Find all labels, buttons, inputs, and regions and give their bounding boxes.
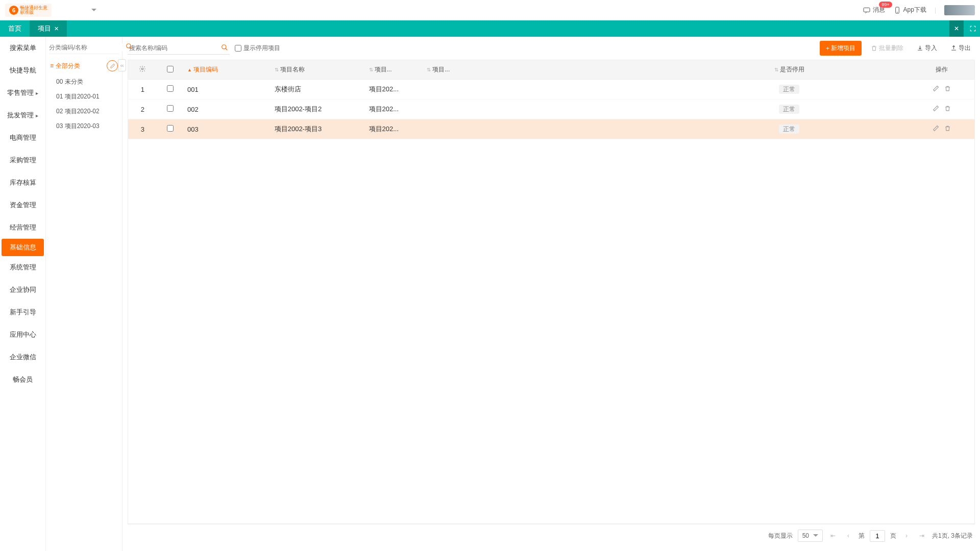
table-row[interactable]: 2 002 项目2002-项目2 项目202... 正常 bbox=[128, 99, 974, 119]
svg-point-2 bbox=[897, 12, 897, 12]
user-avatar[interactable] bbox=[944, 5, 975, 15]
tab-home[interactable]: 首页 bbox=[0, 20, 30, 37]
close-all-tabs-button[interactable]: ✕ bbox=[949, 20, 964, 37]
edit-icon bbox=[933, 105, 939, 112]
column-category[interactable]: 项目... bbox=[365, 60, 423, 80]
plus-icon: + bbox=[826, 45, 829, 52]
top-left: 6 畅捷通好生意 标准版 bbox=[5, 4, 101, 17]
sidebar-guide[interactable]: 新手引导 bbox=[0, 301, 45, 323]
row-checkbox[interactable] bbox=[167, 125, 174, 132]
row-checkbox[interactable] bbox=[167, 85, 174, 92]
company-selector[interactable] bbox=[57, 6, 101, 15]
row-category2 bbox=[423, 80, 669, 99]
row-code: 001 bbox=[183, 80, 271, 99]
category-panel: ≡ 全部分类 00 未分类 01 项目2020-01 02 项目2020-02 … bbox=[46, 37, 122, 551]
data-table: 项目编码 项目名称 项目... 项目... 是否停用 操作 1 001 东楼街店… bbox=[128, 60, 974, 139]
row-operations bbox=[909, 99, 974, 119]
table-row[interactable]: 1 001 东楼街店 项目202... 正常 bbox=[128, 80, 974, 99]
column-name[interactable]: 项目名称 bbox=[271, 60, 365, 80]
page-input[interactable] bbox=[870, 530, 885, 542]
collapse-button[interactable]: ‹‹ bbox=[118, 59, 126, 71]
table-row[interactable]: 3 003 项目2002-项目3 项目202... 正常 bbox=[128, 119, 974, 139]
trash-icon bbox=[944, 125, 951, 132]
row-code: 002 bbox=[183, 99, 271, 119]
row-operations bbox=[909, 80, 974, 99]
sidebar-wechat[interactable]: 企业微信 bbox=[0, 346, 45, 368]
data-table-wrap: 项目编码 项目名称 项目... 项目... 是否停用 操作 1 001 东楼街店… bbox=[128, 60, 975, 524]
category-search-input[interactable] bbox=[49, 44, 126, 51]
category-item[interactable]: 02 项目2020-02 bbox=[54, 104, 119, 119]
sidebar-quick-nav[interactable]: 快捷导航 bbox=[0, 59, 45, 82]
sidebar-enterprise[interactable]: 企业协同 bbox=[0, 279, 45, 301]
row-name: 项目2002-项目2 bbox=[271, 99, 365, 119]
column-category2[interactable]: 项目... bbox=[423, 60, 669, 80]
svg-point-5 bbox=[142, 68, 144, 70]
sidebar-funds[interactable]: 资金管理 bbox=[0, 194, 45, 216]
import-button[interactable]: 导入 bbox=[913, 41, 941, 56]
sidebar-purchase[interactable]: 采购管理 bbox=[0, 149, 45, 171]
prev-page-button[interactable]: ‹ bbox=[843, 532, 853, 539]
row-code: 003 bbox=[183, 119, 271, 139]
fullscreen-icon bbox=[969, 25, 976, 32]
select-all-checkbox[interactable] bbox=[167, 66, 174, 72]
caret-icon: ▸ bbox=[36, 113, 38, 118]
sidebar-inventory[interactable]: 库存核算 bbox=[0, 171, 45, 194]
batch-delete-button[interactable]: 批量删除 bbox=[867, 41, 908, 56]
delete-row-button[interactable] bbox=[944, 125, 951, 133]
column-code[interactable]: 项目编码 bbox=[183, 60, 271, 80]
row-checkbox[interactable] bbox=[167, 105, 174, 112]
delete-row-button[interactable] bbox=[944, 105, 951, 113]
sidebar-member[interactable]: 畅会员 bbox=[0, 368, 45, 391]
first-page-button[interactable]: ⇤ bbox=[828, 532, 838, 539]
logo-icon: 6 bbox=[9, 6, 18, 15]
pagination-summary: 共1页, 3条记录 bbox=[932, 532, 973, 540]
row-category: 项目202... bbox=[365, 80, 423, 99]
export-button[interactable]: 导出 bbox=[946, 41, 975, 56]
delete-row-button[interactable] bbox=[944, 85, 951, 93]
last-page-button[interactable]: ⇥ bbox=[917, 532, 927, 539]
messages-button[interactable]: 消息 99+ bbox=[863, 6, 885, 14]
category-item[interactable]: 03 项目2020-03 bbox=[54, 119, 119, 134]
tab-bar-actions: ✕ bbox=[949, 20, 980, 37]
tab-close-icon[interactable]: ✕ bbox=[54, 26, 59, 32]
next-page-button[interactable]: › bbox=[901, 532, 912, 539]
menu-icon: ≡ bbox=[50, 62, 54, 69]
trash-icon bbox=[944, 105, 951, 112]
search-icon[interactable] bbox=[126, 43, 133, 52]
export-icon bbox=[950, 45, 957, 52]
sidebar-search-menu[interactable]: 搜索菜单 bbox=[0, 37, 45, 59]
app-download-button[interactable]: App下载 bbox=[893, 6, 926, 14]
category-item[interactable]: 01 项目2020-01 bbox=[54, 89, 119, 104]
content-search bbox=[128, 42, 230, 55]
chevron-down-icon bbox=[91, 9, 96, 14]
content-search-input[interactable] bbox=[129, 44, 221, 52]
edit-row-button[interactable] bbox=[933, 85, 939, 93]
category-item[interactable]: 00 未分类 bbox=[54, 74, 119, 89]
category-edit-button[interactable] bbox=[107, 60, 118, 71]
top-right: 消息 99+ App下载 | bbox=[863, 5, 975, 15]
row-checkbox-cell bbox=[157, 119, 183, 139]
edit-row-button[interactable] bbox=[933, 105, 939, 113]
svg-point-3 bbox=[127, 44, 131, 48]
column-disabled[interactable]: 是否停用 bbox=[670, 60, 909, 80]
tab-project[interactable]: 项目 ✕ bbox=[30, 20, 67, 37]
sidebar-app-center[interactable]: 应用中心 bbox=[0, 323, 45, 346]
search-icon[interactable] bbox=[221, 44, 228, 53]
edit-row-button[interactable] bbox=[933, 125, 939, 133]
per-page-select[interactable]: 50 bbox=[798, 530, 823, 542]
sidebar-basic-info[interactable]: 基础信息 bbox=[2, 239, 44, 256]
sidebar-system[interactable]: 系统管理 bbox=[0, 256, 45, 279]
sidebar-operation[interactable]: 经营管理 bbox=[0, 216, 45, 239]
show-disabled-checkbox[interactable]: 显示停用项目 bbox=[235, 44, 280, 53]
sidebar-wholesale[interactable]: 批发管理▸ bbox=[0, 104, 45, 127]
category-all[interactable]: ≡ 全部分类 bbox=[50, 62, 80, 70]
column-settings[interactable] bbox=[128, 60, 157, 80]
sidebar-retail[interactable]: 零售管理▸ bbox=[0, 82, 45, 104]
row-status: 正常 bbox=[670, 80, 909, 99]
row-category: 项目202... bbox=[365, 119, 423, 139]
pagination: 每页显示 50 ⇤ ‹ 第 页 › ⇥ 共1页, 3条记录 bbox=[128, 524, 975, 547]
logo[interactable]: 6 畅捷通好生意 标准版 bbox=[5, 4, 52, 17]
add-project-button[interactable]: + 新增项目 bbox=[820, 41, 862, 56]
sidebar-ecommerce[interactable]: 电商管理 bbox=[0, 127, 45, 149]
fullscreen-button[interactable] bbox=[966, 20, 980, 37]
